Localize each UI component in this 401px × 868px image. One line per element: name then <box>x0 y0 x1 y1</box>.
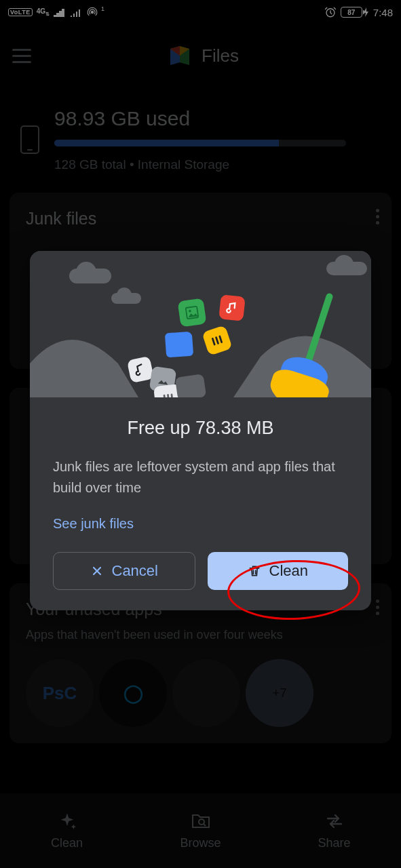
clean-button[interactable]: Clean <box>208 552 349 590</box>
dialog-title: Free up 78.38 MB <box>53 418 348 439</box>
folder-tile-icon <box>165 332 193 358</box>
clean-dialog: Free up 78.38 MB Junk files are leftover… <box>30 251 371 610</box>
dialog-illustration <box>30 251 371 397</box>
cancel-button[interactable]: Cancel <box>53 552 195 590</box>
broom-icon <box>304 292 334 366</box>
dialog-description: Junk files are leftover system and app f… <box>53 456 348 498</box>
music-tile-icon <box>218 294 246 321</box>
svg-rect-3 <box>186 307 199 319</box>
clean-label: Clean <box>269 562 308 580</box>
thumb-icon <box>175 374 206 397</box>
svg-point-4 <box>189 310 191 313</box>
cancel-label: Cancel <box>112 562 158 580</box>
image-tile-icon <box>178 298 207 328</box>
close-icon <box>90 564 104 578</box>
see-junk-files-link[interactable]: See junk files <box>53 516 134 532</box>
lines-tile-icon <box>202 325 232 355</box>
trash-icon <box>248 564 261 578</box>
